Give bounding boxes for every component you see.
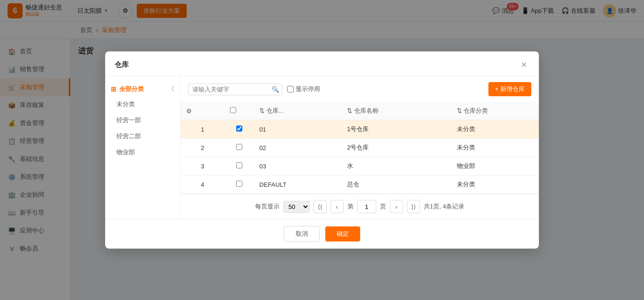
category-item-unclassified[interactable]: 未分类 [105,96,180,112]
cell-name: 总仓 [341,175,451,194]
page-number-input[interactable] [357,200,376,213]
cell-no: 3 [181,157,224,175]
row-checkbox-0[interactable] [236,125,242,132]
col-header-category: ⇅ 仓库分类 [451,102,539,120]
cell-code: 02 [254,139,341,157]
modal-close-button[interactable]: ✕ [518,59,529,70]
search-box: 🔍 [188,83,282,95]
cell-code: DEFAULT [254,175,341,194]
modal-overlay: 仓库 ✕ ⊞ 全部分类 《 未分类 经营一部 [0,0,644,300]
warehouse-modal: 仓库 ✕ ⊞ 全部分类 《 未分类 经营一部 [105,51,539,249]
category-item-property[interactable]: 物业部 [105,144,180,160]
next-page-button[interactable]: › [390,200,403,213]
page-size-select[interactable]: 50 10 20 100 [283,201,310,213]
cell-no: 2 [181,139,224,157]
cell-code: 03 [254,157,341,175]
all-categories-button[interactable]: ⊞ 全部分类 [111,85,144,93]
category-sidebar: ⊞ 全部分类 《 未分类 经营一部 经营二部 物业部 [105,76,181,219]
prev-page-button[interactable]: ‹ [330,200,344,213]
select-all-checkbox[interactable] [230,107,236,113]
table-area: 🔍 显示停用 + 新增仓库 ⚙ [181,76,539,219]
table-scroll-area: ⚙ ⇅ 仓库... ⇅ [181,102,539,194]
cell-name: 2号仓库 [341,139,451,157]
confirm-button[interactable]: 确定 [325,226,360,242]
cell-name: 1号仓库 [341,120,451,139]
modal-footer: 取消 确定 [105,219,539,249]
table-row[interactable]: 2 02 2号仓库 未分类 [181,139,539,157]
sort-code-icon: ⇅ [259,107,264,114]
col-header-name: ⇅ 仓库名称 [341,102,451,120]
col-header-no: ⚙ [181,102,224,120]
row-checkbox-1[interactable] [236,144,242,150]
cell-no: 4 [181,175,224,194]
page-label: 第 [347,202,354,211]
cell-category: 未分类 [451,120,539,139]
show-disabled-checkbox[interactable] [287,86,294,92]
modal-body: ⊞ 全部分类 《 未分类 经营一部 经营二部 物业部 [105,76,539,219]
modal-title: 仓库 [115,60,129,69]
collapse-button[interactable]: 《 [168,85,174,93]
cell-no: 1 [181,120,224,139]
page-total: 共1页, 4条记录 [424,202,465,211]
cell-check[interactable] [224,157,254,175]
cell-name: 水 [341,157,451,175]
table-toolbar: 🔍 显示停用 + 新增仓库 [181,76,539,102]
cell-category: 物业部 [451,157,539,175]
col-header-code: ⇅ 仓库... [254,102,341,120]
modal-header: 仓库 ✕ [105,51,539,76]
per-page-label: 每页显示 [255,202,280,211]
warehouse-table: ⚙ ⇅ 仓库... ⇅ [181,102,539,194]
col-header-check [224,102,254,120]
cancel-button[interactable]: 取消 [284,226,320,242]
first-page-button[interactable]: ⟨⟨ [314,200,327,213]
cell-category: 未分类 [451,139,539,157]
row-checkbox-3[interactable] [236,181,242,187]
cell-code: 01 [254,120,341,139]
search-icon: 🔍 [272,86,279,93]
cell-check[interactable] [224,120,254,139]
pagination: 每页显示 50 10 20 100 ⟨⟨ ‹ 第 页 › ⟩⟩ 共1页, 4条记… [181,194,539,219]
sort-cat-icon: ⇅ [457,107,462,114]
cell-check[interactable] [224,175,254,194]
last-page-button[interactable]: ⟩⟩ [407,200,420,213]
row-checkbox-2[interactable] [236,162,242,168]
category-item-dept2[interactable]: 经营二部 [105,128,180,144]
table-row[interactable]: 3 03 水 物业部 [181,157,539,175]
settings-col-icon: ⚙ [186,108,192,115]
category-header: ⊞ 全部分类 《 [105,82,180,96]
add-warehouse-button[interactable]: + 新增仓库 [488,82,531,96]
table-row[interactable]: 1 01 1号仓库 未分类 [181,120,539,139]
table-row[interactable]: 4 DEFAULT 总仓 未分类 [181,175,539,194]
grid-icon: ⊞ [111,85,116,93]
category-item-dept1[interactable]: 经营一部 [105,112,180,128]
search-input[interactable] [192,86,272,93]
cell-category: 未分类 [451,175,539,194]
sort-name-icon: ⇅ [347,107,352,114]
show-disabled-toggle[interactable]: 显示停用 [287,85,320,93]
cell-check[interactable] [224,139,254,157]
page-unit: 页 [380,202,386,211]
